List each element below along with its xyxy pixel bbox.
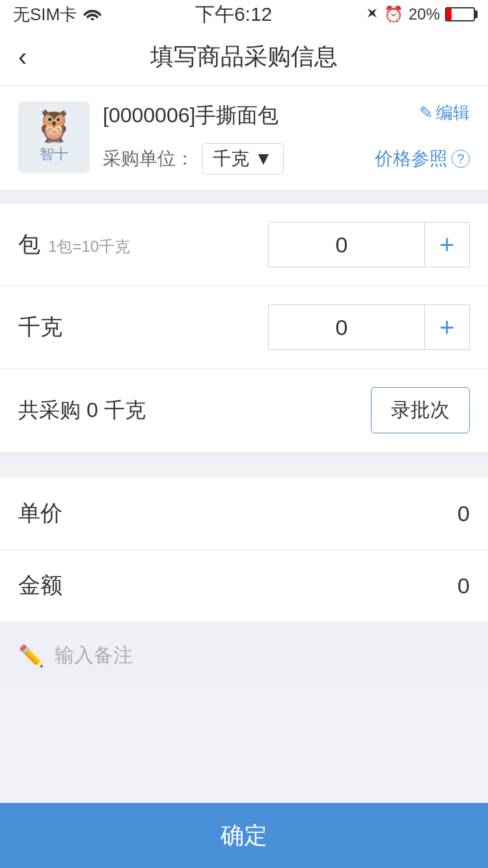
note-section[interactable]: ✏️ 输入备注 — [0, 621, 488, 690]
kg-input-row: 千克 + — [0, 286, 488, 369]
note-placeholder: 输入备注 — [55, 642, 133, 669]
product-thumbnail-icon: 🦉 — [34, 111, 74, 142]
kg-quantity-input[interactable] — [268, 305, 424, 350]
bag-sub-label: 1包=10千克 — [48, 236, 130, 257]
product-name: [0000006]手撕面包 — [103, 102, 278, 130]
status-bar: 无SIM卡 下午6:12 ⏰ 20% — [0, 0, 488, 29]
kg-input-control: + — [268, 305, 470, 350]
section-divider-1 — [0, 191, 488, 204]
unit-dropdown[interactable]: 千克 ▼ — [202, 143, 284, 174]
price-ref-button[interactable]: 价格参照 ? — [375, 146, 470, 171]
edit-icon: ✎ — [419, 103, 433, 123]
price-section: 单价 0 金额 0 — [0, 478, 488, 621]
bag-label: 包 — [18, 230, 40, 260]
bag-plus-button[interactable]: + — [424, 222, 470, 267]
svg-point-0 — [91, 18, 94, 20]
amount-value: 0 — [457, 573, 470, 599]
alarm-icon: ⏰ — [384, 5, 403, 23]
total-row: 共采购 0 千克 录批次 — [0, 369, 488, 452]
unit-price-value: 0 — [457, 501, 470, 526]
bag-input-row: 包 1包=10千克 + — [0, 204, 488, 286]
confirm-button[interactable]: 确定 — [0, 803, 488, 868]
bag-quantity-input[interactable] — [268, 222, 424, 267]
location-icon — [366, 5, 379, 23]
product-thumbnail-label: 智十 — [34, 144, 74, 164]
batch-button[interactable]: 录批次 — [371, 387, 470, 433]
total-label: 共采购 0 千克 — [18, 396, 146, 425]
page-title: 填写商品采购信息 — [150, 41, 338, 73]
dropdown-arrow-icon: ▼ — [254, 148, 273, 169]
input-section: 包 1包=10千克 + 千克 + 共采购 0 千克 录批次 — [0, 204, 488, 452]
back-button[interactable]: ‹ — [18, 42, 27, 72]
product-card: 🦉 智十 [0000006]手撕面包 ✎ 编辑 采购单位： 千克 ▼ — [0, 86, 488, 191]
unit-value: 千克 — [213, 146, 249, 171]
nav-bar: ‹ 填写商品采购信息 — [0, 29, 488, 86]
battery-percent: 20% — [409, 5, 440, 23]
carrier-text: 无SIM卡 — [13, 3, 77, 26]
bag-input-control: + — [268, 222, 470, 267]
product-image: 🦉 智十 — [18, 102, 90, 173]
help-icon: ? — [452, 150, 470, 168]
amount-row: 金额 0 — [0, 550, 488, 621]
unit-price-label: 单价 — [18, 498, 62, 528]
price-ref-label: 价格参照 — [375, 146, 448, 171]
product-info: [0000006]手撕面包 ✎ 编辑 采购单位： 千克 ▼ 价格参照 ? — [103, 102, 470, 174]
status-time: 下午6:12 — [195, 1, 272, 28]
pencil-icon: ✏️ — [18, 644, 44, 668]
edit-label: 编辑 — [436, 102, 470, 124]
kg-plus-button[interactable]: + — [424, 305, 470, 350]
wifi-icon — [83, 5, 102, 25]
unit-price-row: 单价 0 — [0, 478, 488, 550]
battery-icon — [445, 7, 475, 21]
unit-prefix: 采购单位： — [103, 146, 194, 171]
kg-label: 千克 — [18, 312, 62, 342]
status-right: ⏰ 20% — [366, 5, 475, 23]
edit-button[interactable]: ✎ 编辑 — [419, 102, 470, 124]
amount-label: 金额 — [18, 571, 62, 601]
section-divider-2 — [0, 452, 488, 465]
status-left: 无SIM卡 — [13, 3, 102, 26]
